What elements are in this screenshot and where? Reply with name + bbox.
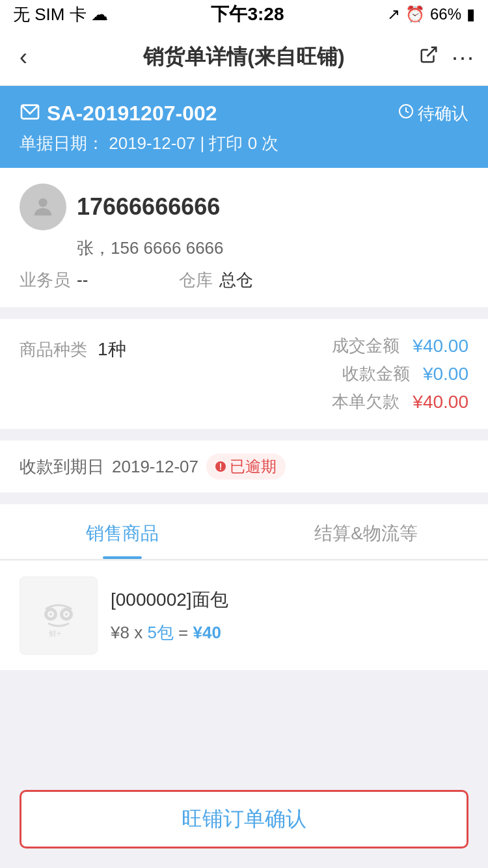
warehouse-label: 仓库: [179, 269, 213, 292]
back-button[interactable]: ‹: [13, 37, 34, 77]
product-type-label: 商品种类: [20, 338, 87, 361]
overdue-text: 已逾期: [230, 456, 277, 477]
order-id-row: SA-20191207-002: [20, 102, 217, 126]
svg-line-0: [427, 47, 436, 57]
debt-value: ¥40.00: [413, 392, 468, 413]
nav-actions: ···: [419, 44, 475, 71]
status-bar: 无 SIM 卡 ☁ 下午3:28 ↗ ⏰ 66% ▮: [0, 0, 488, 29]
product-item: 鲜+ [0000002]面包 ¥8 x 5包 = ¥40: [0, 561, 488, 670]
equals-sign: =: [178, 623, 193, 642]
avatar: [20, 183, 66, 230]
confirm-order-button[interactable]: 旺铺订单确认: [20, 790, 468, 848]
product-qty: 5包: [147, 623, 173, 642]
product-price-row: ¥8 x 5包 = ¥40: [111, 621, 468, 644]
status-right: ↗ ⏰ 66% ▮: [387, 5, 475, 23]
location-icon: ↗: [387, 5, 400, 23]
customer-phone: 17666666666: [77, 193, 220, 221]
separator-3: [0, 494, 488, 504]
more-icon[interactable]: ···: [452, 44, 475, 71]
svg-point-3: [38, 198, 47, 207]
sales-label: 业务员: [20, 269, 70, 292]
order-status: 待确认: [398, 102, 468, 125]
share-icon[interactable]: [419, 45, 439, 69]
customer-section: 17666666666 张，156 6666 6666 业务员 -- 仓库 总仓: [0, 168, 488, 307]
order-number: SA-20191207-002: [47, 102, 217, 126]
product-unit-price: ¥8: [111, 623, 129, 642]
svg-point-8: [49, 613, 52, 616]
status-left: 无 SIM 卡 ☁: [13, 3, 108, 26]
nav-bar: ‹ 销货单详情(来自旺铺) ···: [0, 29, 488, 86]
battery-icon: ▮: [467, 5, 475, 23]
due-date: 2019-12-07: [112, 457, 198, 477]
tabs-row: 销售商品 结算&物流等: [0, 504, 488, 560]
tabs-section: 销售商品 结算&物流等: [0, 504, 488, 560]
separator-1: [0, 308, 488, 319]
received-value: ¥0.00: [423, 364, 468, 385]
sales-value: --: [77, 270, 88, 290]
order-header: SA-20191207-002 待确认 单据日期： 2019-12-07 | 打…: [0, 86, 488, 168]
tab-sales-products[interactable]: 销售商品: [0, 504, 244, 559]
page-title: 销货单详情(来自旺铺): [143, 43, 344, 72]
summary-section: 商品种类 1种 成交金额 ¥40.00 收款金额 ¥0.00 本单欠款 ¥40.…: [0, 319, 488, 429]
order-date: 单据日期： 2019-12-07 | 打印 0 次: [20, 132, 468, 155]
amount-summary: 成交金额 ¥40.00 收款金额 ¥0.00 本单欠款 ¥40.00: [332, 334, 468, 413]
svg-point-9: [65, 613, 68, 616]
customer-meta: 业务员 -- 仓库 总仓: [20, 269, 468, 292]
battery-status: 66%: [430, 5, 461, 23]
product-total: ¥40: [193, 623, 221, 642]
bottom-bar: 旺铺订单确认: [0, 777, 488, 868]
svg-text:鲜+: 鲜+: [49, 629, 61, 638]
sim-status: 无 SIM 卡 ☁: [13, 3, 108, 26]
product-type-count: 1种: [98, 337, 126, 362]
multiply-sign: x: [134, 623, 147, 642]
status-time: 下午3:28: [211, 2, 284, 27]
customer-name: 张，156 6666 6666: [77, 237, 468, 260]
overdue-badge: ! 已逾期: [206, 454, 286, 480]
product-info: [0000002]面包 ¥8 x 5包 = ¥40: [111, 588, 468, 644]
overdue-icon: !: [215, 461, 226, 472]
status-text: 待确认: [418, 102, 468, 125]
received-label: 收款金额: [342, 362, 410, 385]
separator-2: [0, 430, 488, 441]
amount-label: 成交金额: [332, 334, 400, 357]
email-icon: [20, 102, 40, 126]
debt-label: 本单欠款: [332, 390, 400, 413]
tab-settlement[interactable]: 结算&物流等: [244, 504, 488, 559]
warehouse-value: 总仓: [219, 269, 253, 292]
product-thumbnail: 鲜+: [20, 576, 98, 655]
product-name: [0000002]面包: [111, 588, 468, 612]
product-section: 鲜+ [0000002]面包 ¥8 x 5包 = ¥40: [0, 561, 488, 670]
amount-value: ¥40.00: [413, 336, 468, 357]
clock-icon: [398, 103, 414, 124]
due-label: 收款到期日: [20, 455, 104, 478]
due-section: 收款到期日 2019-12-07 ! 已逾期: [0, 441, 488, 493]
alarm-icon: ⏰: [405, 5, 425, 23]
